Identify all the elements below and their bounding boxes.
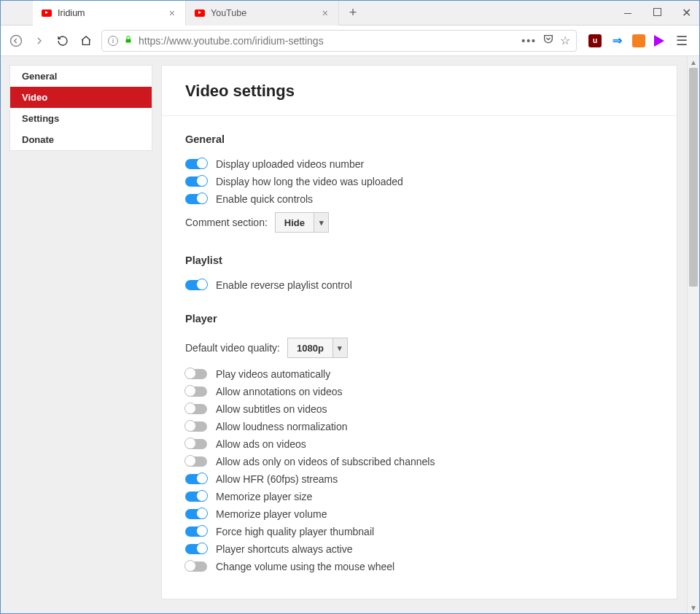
opt-subtitles: Allow subtitles on videos: [185, 403, 653, 415]
forward-button[interactable]: [31, 33, 47, 49]
tab-label: Iridium: [58, 8, 85, 18]
toggle[interactable]: [185, 280, 207, 290]
opt-label: Allow annotations on videos: [216, 386, 343, 397]
opt-label: Change volume using the mouse wheel: [216, 561, 394, 572]
toggle[interactable]: [185, 421, 207, 432]
home-button[interactable]: [78, 33, 94, 49]
tab-iridium[interactable]: Iridium ×: [33, 1, 186, 26]
scroll-up-icon[interactable]: ▲: [688, 56, 699, 68]
scrollbar-thumb[interactable]: [689, 68, 698, 287]
tab-close-button[interactable]: ×: [319, 7, 331, 19]
settings-panel: Video settings General Display uploaded …: [161, 65, 677, 599]
sidebar-item-general[interactable]: General: [10, 66, 152, 87]
settings-sidebar: General Video Settings Donate: [9, 65, 152, 151]
window-minimize-button[interactable]: [621, 8, 635, 18]
opt-ads-subscribed: Allow ads only on videos of subscribed c…: [185, 456, 653, 467]
select-label: Default video quality:: [185, 342, 280, 354]
extension-arrows-icon[interactable]: ⇒: [610, 34, 623, 47]
extension-orange-icon[interactable]: [632, 34, 645, 47]
opt-memorize-size: Memorize player size: [185, 491, 653, 502]
section-heading: Playlist: [185, 254, 653, 266]
window-close-button[interactable]: ✕: [679, 6, 693, 20]
toggle[interactable]: [185, 159, 207, 169]
tab-close-button[interactable]: ×: [166, 7, 178, 19]
extension-play-icon[interactable]: [654, 35, 664, 47]
new-tab-button[interactable]: +: [342, 2, 364, 24]
toggle[interactable]: [185, 194, 207, 204]
opt-display-uploaded-count: Display uploaded videos number: [185, 158, 653, 170]
sidebar-item-donate[interactable]: Donate: [10, 129, 152, 150]
toggle[interactable]: [185, 544, 207, 554]
pocket-icon[interactable]: [542, 34, 554, 48]
svg-point-0: [11, 35, 22, 46]
toggle[interactable]: [185, 474, 207, 484]
toggle[interactable]: [185, 176, 207, 187]
opt-reverse-playlist: Enable reverse playlist control: [185, 279, 653, 291]
url-bar[interactable]: i https://www.youtube.com/iridium-settin…: [101, 30, 577, 52]
opt-label: Allow subtitles on videos: [216, 403, 327, 415]
chevron-down-icon: ▾: [332, 338, 347, 357]
svg-rect-1: [126, 39, 131, 43]
sidebar-item-settings[interactable]: Settings: [10, 108, 152, 129]
opt-label: Allow loudness normalization: [216, 421, 348, 432]
page-title: Video settings: [185, 82, 653, 101]
browser-viewport: General Video Settings Donate Video sett…: [1, 56, 699, 613]
comment-section-select[interactable]: Hide ▾: [275, 212, 329, 233]
toggle[interactable]: [185, 386, 207, 397]
page-content: General Video Settings Donate Video sett…: [9, 65, 677, 599]
opt-wheel-volume: Change volume using the mouse wheel: [185, 561, 653, 572]
opt-label: Allow HFR (60fps) streams: [216, 473, 338, 485]
toggle[interactable]: [185, 491, 207, 502]
opt-memorize-volume: Memorize player volume: [185, 508, 653, 520]
hamburger-menu-button[interactable]: ☰: [672, 33, 692, 49]
toggle[interactable]: [185, 526, 207, 537]
toggle[interactable]: [185, 439, 207, 449]
opt-annotations: Allow annotations on videos: [185, 386, 653, 397]
lock-icon: [124, 35, 133, 46]
section-general: General Display uploaded videos number D…: [185, 133, 653, 233]
opt-hfr: Allow HFR (60fps) streams: [185, 473, 653, 485]
youtube-icon: [195, 9, 205, 17]
video-quality-select[interactable]: 1080p ▾: [287, 338, 348, 358]
opt-label: Display how long the video was uploaded: [216, 176, 403, 187]
comment-section-row: Comment section: Hide ▾: [185, 212, 653, 233]
window-controls: ✕: [621, 6, 699, 20]
toggle[interactable]: [185, 509, 207, 519]
browser-tabstrip: Iridium × YouTube × + ✕: [1, 1, 699, 26]
toggle[interactable]: [185, 369, 207, 379]
select-label: Comment section:: [185, 217, 268, 228]
page-actions-icon[interactable]: •••: [521, 35, 537, 47]
toggle[interactable]: [185, 561, 207, 572]
scroll-down-icon[interactable]: ▼: [688, 602, 699, 613]
section-player: Player Default video quality: 1080p ▾ Pl…: [185, 313, 653, 572]
opt-display-upload-age: Display how long the video was uploaded: [185, 176, 653, 187]
ublock-icon[interactable]: u: [588, 34, 602, 47]
select-value: 1080p: [288, 343, 332, 354]
vertical-scrollbar[interactable]: ▲ ▼: [687, 56, 699, 613]
section-playlist: Playlist Enable reverse playlist control: [185, 254, 653, 291]
tab-youtube[interactable]: YouTube ×: [186, 1, 339, 26]
toggle[interactable]: [185, 456, 207, 467]
back-button[interactable]: [8, 33, 24, 49]
sidebar-item-video[interactable]: Video: [10, 87, 152, 108]
opt-label: Allow ads on videos: [216, 438, 306, 450]
reload-button[interactable]: [55, 33, 71, 49]
opt-label: Player shortcuts always active: [216, 543, 353, 555]
opt-label: Allow ads only on videos of subscribed c…: [216, 456, 435, 467]
browser-navbar: i https://www.youtube.com/iridium-settin…: [1, 26, 699, 56]
divider: [162, 115, 677, 116]
opt-label: Memorize player volume: [216, 508, 327, 520]
section-heading: General: [185, 133, 653, 145]
site-info-icon[interactable]: i: [108, 36, 118, 46]
url-text: https://www.youtube.com/iridium-settings: [139, 35, 516, 47]
opt-label: Display uploaded videos number: [216, 158, 364, 170]
select-value: Hide: [276, 217, 314, 228]
toggle[interactable]: [185, 404, 207, 414]
opt-label: Force high quality player thumbnail: [216, 526, 374, 537]
opt-label: Enable quick controls: [216, 193, 313, 205]
opt-hq-thumbnail: Force high quality player thumbnail: [185, 526, 653, 537]
window-maximize-button[interactable]: [650, 8, 664, 18]
opt-label: Memorize player size: [216, 491, 312, 502]
bookmark-star-icon[interactable]: ☆: [560, 34, 570, 47]
chevron-down-icon: ▾: [314, 213, 328, 232]
